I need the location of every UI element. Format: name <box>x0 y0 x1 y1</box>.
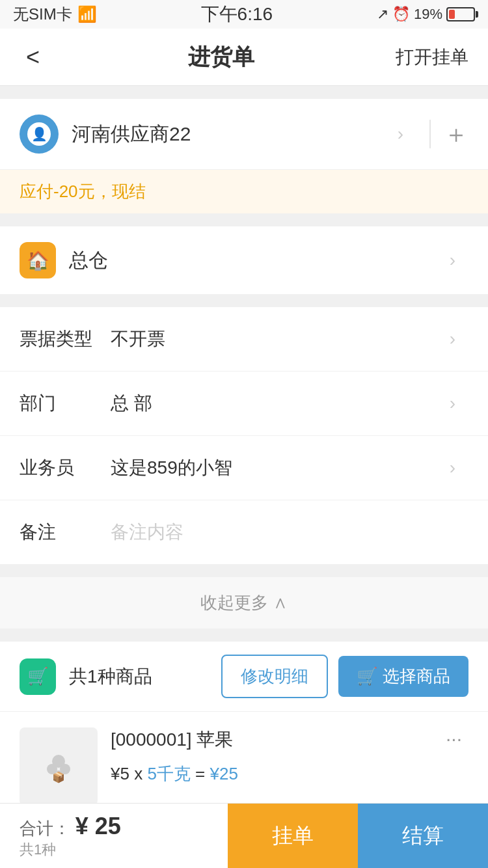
status-bar-left: 无SIM卡 📶 <box>13 4 97 25</box>
product-count: 共1种商品 <box>69 664 221 689</box>
avatar-icon: 👤 <box>27 122 51 146</box>
notice-bar: 应付-20元，现结 <box>0 170 488 213</box>
collapse-button[interactable]: 收起更多 ∧ <box>0 577 488 629</box>
product-name: [0000001] 苹果 <box>111 727 439 752</box>
product-price: ¥5 x 5千克 = ¥25 <box>111 763 439 785</box>
supplier-avatar: 👤 <box>20 115 59 154</box>
product-icon: 🛒 <box>20 658 56 695</box>
supplier-section: 👤 河南供应商22 › ＋ 应付-20元，现结 <box>0 99 488 213</box>
bottom-total: 合计： ¥ 25 共1种 <box>0 813 228 860</box>
more-button[interactable]: ··· <box>439 727 468 750</box>
salesperson-chevron-icon: › <box>450 457 455 478</box>
department-chevron-icon: › <box>450 393 455 414</box>
product-thumbnail: 📦 <box>20 727 98 806</box>
wifi-icon: 📶 <box>77 5 97 23</box>
battery-icon <box>446 7 475 21</box>
invoice-type-row[interactable]: 票据类型 不开票 › <box>0 307 488 372</box>
hang-order-button[interactable]: 挂单 <box>228 804 358 869</box>
warehouse-row[interactable]: 🏠 总仓 › <box>0 226 488 294</box>
time-label: 下午6:16 <box>201 2 273 27</box>
invoice-chevron-icon: › <box>450 329 455 349</box>
product-multiply: x <box>134 764 147 783</box>
invoice-type-label: 票据类型 <box>20 327 98 351</box>
product-quantity: 5千克 <box>147 764 190 783</box>
warehouse-icon: 🏠 <box>20 242 56 278</box>
open-hang-button[interactable]: 打开挂单 <box>396 45 468 70</box>
warehouse-section[interactable]: 🏠 总仓 › <box>0 226 488 294</box>
total-label: 合计： <box>20 819 70 838</box>
form-section: 票据类型 不开票 › 部门 总 部 › 业务员 这是859的小智 › 备注 备注… <box>0 307 488 564</box>
product-code: [0000001] <box>111 729 192 750</box>
department-value: 总 部 <box>111 391 450 416</box>
back-button[interactable]: < <box>20 37 46 77</box>
edit-detail-button[interactable]: 修改明细 <box>221 655 328 698</box>
svg-text:📦: 📦 <box>52 771 65 783</box>
status-bar-right: ↗ ⏰ 19% <box>377 6 475 23</box>
supplier-chevron-icon: › <box>398 124 403 144</box>
salesperson-row[interactable]: 业务员 这是859的小智 › <box>0 436 488 500</box>
battery-percent: 19% <box>414 6 442 23</box>
alarm-icon: ⏰ <box>392 6 410 23</box>
select-product-icon: 🛒 <box>357 666 377 686</box>
salesperson-label: 业务员 <box>20 455 98 480</box>
product-total: ¥25 <box>210 764 238 783</box>
remark-label: 备注 <box>20 520 98 545</box>
invoice-type-value: 不开票 <box>111 327 450 351</box>
remark-row[interactable]: 备注 备注内容 <box>0 500 488 564</box>
status-bar: 无SIM卡 📶 下午6:16 ↗ ⏰ 19% <box>0 0 488 29</box>
total-amount: ¥ 25 <box>75 813 121 839</box>
total-row: 合计： ¥ 25 <box>20 813 208 840</box>
salesperson-value: 这是859的小智 <box>111 455 450 480</box>
product-header: 🛒 共1种商品 修改明细 🛒 选择商品 <box>0 642 488 712</box>
warehouse-chevron-icon: › <box>450 250 455 271</box>
select-product-label: 选择商品 <box>383 665 450 688</box>
product-equals: = <box>195 764 210 783</box>
checkout-button[interactable]: 结算 <box>358 804 488 869</box>
carrier-label: 无SIM卡 <box>13 4 72 25</box>
product-unit-price: ¥5 <box>111 764 129 783</box>
supplier-name: 河南供应商22 <box>72 121 398 148</box>
select-product-button[interactable]: 🛒 选择商品 <box>338 656 468 697</box>
product-title: 苹果 <box>197 729 233 750</box>
battery-fill <box>449 10 455 19</box>
page-title: 进货单 <box>188 42 254 72</box>
warehouse-name: 总仓 <box>69 247 450 274</box>
department-row[interactable]: 部门 总 部 › <box>0 372 488 436</box>
supplier-row[interactable]: 👤 河南供应商22 › ＋ <box>0 99 488 170</box>
department-label: 部门 <box>20 391 98 416</box>
total-count: 共1种 <box>20 840 208 860</box>
supplier-divider <box>429 120 431 148</box>
remark-input[interactable]: 备注内容 <box>111 520 468 545</box>
bottom-bar: 合计： ¥ 25 共1种 挂单 结算 <box>0 803 488 868</box>
add-supplier-button[interactable]: ＋ <box>444 118 468 151</box>
section-gap-1 <box>0 86 488 99</box>
product-info: [0000001] 苹果 ¥5 x 5千克 = ¥25 <box>111 727 439 785</box>
location-icon: ↗ <box>377 6 388 23</box>
nav-bar: < 进货单 打开挂单 <box>0 29 488 86</box>
